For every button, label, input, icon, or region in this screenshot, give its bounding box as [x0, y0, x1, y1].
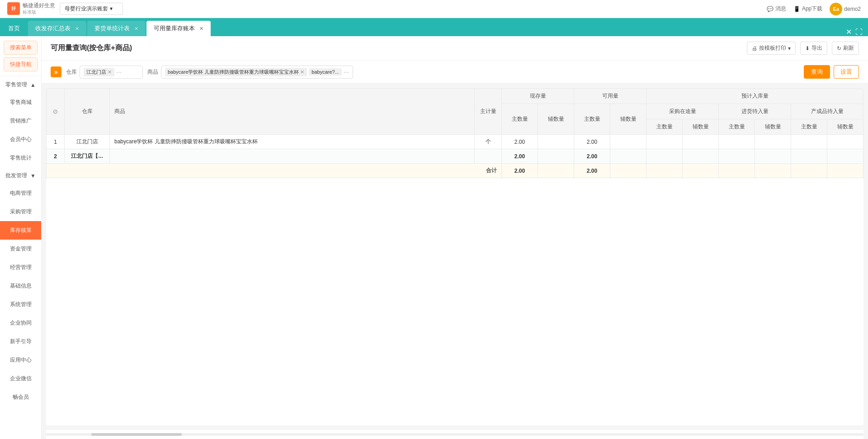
- nav-right-icons: ✕ ⛶: [840, 28, 868, 36]
- total-incoming-main: [719, 164, 755, 178]
- total-current-aux: [538, 164, 574, 178]
- tab-home[interactable]: 首页: [1, 21, 27, 36]
- product-label: 商品: [147, 68, 158, 76]
- sidebar-item-operations[interactable]: 经营管理: [0, 258, 41, 277]
- sidebar-item-guide[interactable]: 新手引导: [0, 332, 41, 351]
- sidebar-item-purchase[interactable]: 采购管理: [0, 203, 41, 221]
- cell-current-main-2: 2.00: [502, 149, 538, 164]
- th-current-main: 主数量: [502, 104, 538, 135]
- total-row: 合计 2.00 2.00: [47, 164, 863, 178]
- sidebar-item-basic[interactable]: 基础信息: [0, 277, 41, 295]
- sidebar-item-stats[interactable]: 零售统计: [0, 149, 41, 167]
- top-bar: 好 畅捷通好生意 标准版 母婴行业演示账套 ▾ 💬 消息 📱 App下载 Ea …: [0, 0, 868, 18]
- logo-sub: 标准版: [23, 9, 55, 15]
- tab-requisition[interactable]: 要货单统计表 ✕: [87, 21, 146, 36]
- sidebar-item-member[interactable]: 会员中心: [0, 130, 41, 149]
- tab-available[interactable]: 可用量库存账本 ✕: [146, 21, 211, 36]
- th-product: 商品: [110, 89, 475, 135]
- sidebar-item-wecom[interactable]: 企业微信: [0, 369, 41, 388]
- close-all-icon[interactable]: ✕: [846, 28, 852, 36]
- sidebar-item-ecommerce[interactable]: 电商管理: [0, 184, 41, 203]
- cell-unit-1: 个: [475, 135, 502, 149]
- th-unit: 主计量: [475, 89, 502, 135]
- cell-purchase-aux-1: [683, 135, 719, 149]
- th-settings: ⚙: [47, 89, 65, 135]
- print-arrow-icon: ▾: [788, 45, 791, 52]
- cell-available-main-2: 2.00: [574, 149, 610, 164]
- cell-unit-2: [475, 149, 502, 164]
- refresh-icon: ↻: [837, 45, 841, 52]
- product-filter: 商品 babycare学饮杯 儿童防摔防撞吸管杯重力球吸嘴杯宝宝水杯 ✕ bab…: [147, 66, 353, 79]
- search-menu-btn[interactable]: 搜索菜单: [4, 41, 38, 55]
- close-tab-requisition[interactable]: ✕: [134, 26, 138, 32]
- product-input[interactable]: babycare学饮杯 儿童防摔防撞吸管杯重力球吸嘴杯宝宝水杯 ✕ babyca…: [161, 66, 353, 79]
- cell-product-aux-1: [827, 135, 863, 149]
- cell-product-aux-2: [827, 149, 863, 164]
- cell-current-aux-1: [538, 135, 574, 149]
- main-layout: 搜索菜单 快捷导航 零售管理 ▲ 零售商城 营销推广 会员中心 零售统计 批发管…: [0, 36, 868, 439]
- sidebar-item-zero-sales[interactable]: 零售管理 ▲: [0, 76, 41, 93]
- user-menu[interactable]: Ea demo2: [830, 3, 861, 15]
- page-title: 可用量查询(按仓库+商品): [51, 43, 132, 53]
- sidebar-item-marketing[interactable]: 营销推广: [0, 112, 41, 130]
- refresh-btn[interactable]: ↻ 刷新: [832, 42, 859, 55]
- sidebar-label-wholesale: 批发管理: [5, 172, 27, 179]
- more-products[interactable]: ···: [344, 68, 349, 76]
- filter-actions: 查询 设置: [804, 65, 859, 79]
- more-warehouses[interactable]: ···: [116, 68, 122, 76]
- top-bar-right: 💬 消息 📱 App下载 Ea demo2: [767, 3, 861, 15]
- cell-incoming-main-1: [719, 135, 755, 149]
- msg-btn[interactable]: 💬 消息: [767, 5, 786, 13]
- settings-button[interactable]: 设置: [834, 65, 859, 79]
- close-tab-receivable[interactable]: ✕: [75, 26, 79, 32]
- cell-product-main-1: [791, 135, 827, 149]
- th-warehouse: 仓库: [65, 89, 110, 135]
- cell-seq-2: 2: [47, 149, 65, 164]
- sidebar-item-member2[interactable]: 畅会员: [0, 388, 41, 406]
- warehouse-filter: 仓库 江北门店 ✕ ···: [66, 66, 143, 79]
- tab-receivable[interactable]: 收发存汇总表 ✕: [28, 21, 86, 36]
- cell-incoming-main-2: [719, 149, 755, 164]
- sidebar: 搜索菜单 快捷导航 零售管理 ▲ 零售商城 营销推广 会员中心 零售统计 批发管…: [0, 36, 42, 439]
- close-tab-available[interactable]: ✕: [199, 26, 203, 32]
- industry-selector[interactable]: 母婴行业演示账套 ▾: [60, 3, 123, 15]
- remove-warehouse-tag[interactable]: ✕: [108, 69, 112, 75]
- sidebar-item-system[interactable]: 系统管理: [0, 295, 41, 314]
- horizontal-scrollbar[interactable]: [46, 433, 863, 436]
- sidebar-item-appcenter[interactable]: 应用中心: [0, 351, 41, 369]
- total-available-main: 2.00: [574, 164, 610, 178]
- th-product-main: 主数量: [791, 119, 827, 135]
- sidebar-item-wholesale[interactable]: 批发管理 ▼: [0, 167, 41, 184]
- top-bar-left: 好 畅捷通好生意 标准版 母婴行业演示账套 ▾: [7, 2, 123, 15]
- app-download-btn[interactable]: 📱 App下载: [793, 5, 822, 13]
- sidebar-item-online-shop[interactable]: 零售商城: [0, 93, 41, 112]
- total-available-aux: [610, 164, 646, 178]
- print-btn[interactable]: 🖨 按模板打印 ▾: [747, 42, 796, 55]
- cell-product-1: babycare学饮杯 儿童防摔防撞吸管杯重力球吸嘴杯宝宝水杯: [110, 135, 475, 149]
- sidebar-item-enterprise[interactable]: 企业协同: [0, 314, 41, 332]
- cell-product-2: [110, 149, 475, 164]
- sidebar-label-zero-sales: 零售管理: [5, 81, 27, 89]
- cell-warehouse-1: 江北门店: [65, 135, 110, 149]
- remove-product-tag-1[interactable]: ✕: [300, 69, 304, 75]
- logo-text: 畅捷通好生意: [23, 2, 55, 9]
- query-button[interactable]: 查询: [804, 65, 830, 79]
- scroll-thumb[interactable]: [91, 433, 182, 436]
- warehouse-tag: 江北门店 ✕: [84, 68, 114, 76]
- table-settings-icon[interactable]: ⚙: [52, 108, 58, 115]
- chevron-down-icon: ▲: [30, 82, 36, 88]
- warehouse-input[interactable]: 江北门店 ✕ ···: [80, 66, 143, 79]
- th-incoming-pending: 进货待入量: [719, 104, 791, 119]
- th-current-stock-group: 现存量: [502, 89, 574, 104]
- th-purchase-aux: 辅数量: [683, 119, 719, 135]
- sidebar-item-finance[interactable]: 资金管理: [0, 240, 41, 258]
- sidebar-item-inventory[interactable]: 库存核算: [0, 221, 41, 240]
- export-btn[interactable]: ⬇ 导出: [800, 42, 827, 55]
- th-product-pending: 产成品待入量: [791, 104, 863, 119]
- cell-purchase-main-1: [646, 135, 683, 149]
- fullscreen-icon[interactable]: ⛶: [855, 28, 863, 36]
- table-footer: [46, 430, 863, 439]
- quick-nav-btn[interactable]: 快捷导航: [4, 57, 38, 71]
- cell-available-aux-1: [610, 135, 646, 149]
- expand-filter-btn[interactable]: »: [51, 66, 61, 77]
